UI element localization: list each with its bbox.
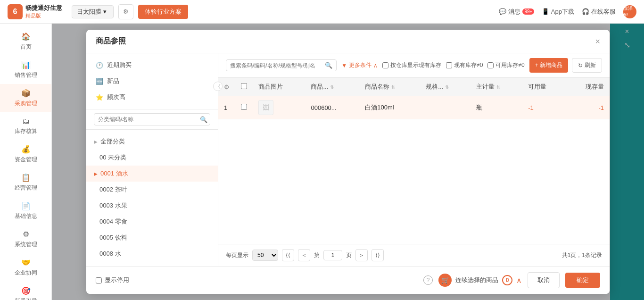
select-all-checkbox[interactable] — [241, 83, 247, 89]
td-code: 000600... — [305, 96, 359, 119]
sidebar-label-home: 首页 — [20, 43, 32, 51]
th-stock: 现存量 — [566, 78, 610, 96]
th-unit[interactable]: 主计量 ⇅ — [471, 78, 522, 96]
left-tab-frequent[interactable]: ⭐ 频次高 — [86, 89, 218, 105]
category-search-icon[interactable]: 🔍 — [200, 116, 207, 123]
cat-item-snack[interactable]: 0004 零食 — [86, 214, 218, 230]
modal-toolbar: 🔍 ▼ 更多条件 ∧ 按仓库显示现有库存 — [218, 53, 610, 78]
checkbox-warehouse-label: 按仓库显示现有库存 — [390, 61, 441, 69]
nav-right: 💬 消息 99+ 📱 App下载 🎧 在线客服 徐泽华 — [499, 5, 636, 18]
cat-item-uncat[interactable]: 00 未分类 — [86, 150, 218, 166]
show-disabled-checkbox[interactable] — [96, 277, 102, 283]
sidebar-item-enterprise[interactable]: 🤝 企业协同 — [0, 253, 51, 282]
cat-item-fruit[interactable]: 0003 水果 — [86, 198, 218, 214]
sidebar-label-enterprise: 企业协同 — [15, 269, 37, 277]
gear-button[interactable]: ⚙ — [118, 4, 133, 19]
cat-label-all: 全部分类 — [100, 137, 125, 146]
th-image: 商品图片 — [253, 78, 305, 96]
checkbox-nonzero-stock[interactable]: 现有库存≠0 — [446, 61, 483, 69]
th-check — [235, 78, 253, 96]
last-page-button[interactable]: ⟩⟩ — [372, 249, 384, 261]
online-service-button[interactable]: 🎧 在线客服 — [582, 8, 616, 16]
prev-page-button[interactable]: ＜ — [298, 249, 310, 261]
collapse-left-panel-button[interactable]: 《 — [213, 82, 223, 91]
cart-info: 🛒 连续选择的商品 0 ∧ — [438, 274, 522, 287]
show-disabled-checkbox-label[interactable]: 显示停用 — [96, 276, 129, 284]
sidebar-item-stock[interactable]: 🗂 库存核算 — [0, 112, 51, 140]
th-spec[interactable]: 规格... ⇅ — [420, 78, 471, 96]
gear-icon: ⚙ — [123, 8, 129, 15]
more-filters-button[interactable]: ▼ 更多条件 ∧ — [341, 61, 378, 69]
sort-icon-unit: ⇅ — [496, 84, 500, 90]
confirm-button[interactable]: 确定 — [565, 273, 600, 288]
sidebar-item-management[interactable]: 📋 经营管理 — [0, 168, 51, 197]
cat-item-drink[interactable]: 0005 饮料 — [86, 230, 218, 246]
next-page-button[interactable]: ＞ — [355, 249, 368, 261]
toolbar-right-buttons: + 新增商品 ↻ 刷新 — [529, 58, 602, 73]
cat-label-tea: 0002 茶叶 — [99, 185, 127, 194]
left-tab-new[interactable]: 🆕 新品 — [86, 73, 218, 89]
left-tab-recent-label: 近期购买 — [107, 61, 132, 69]
user-area[interactable]: 徐泽华 — [623, 5, 636, 18]
checkbox-available-input[interactable] — [487, 62, 494, 68]
refresh-table-button[interactable]: ↻ 刷新 — [572, 58, 602, 73]
add-product-button[interactable]: + 新增商品 — [529, 58, 568, 73]
nav-dropdown[interactable]: 日太阳膜 ▾ — [72, 5, 114, 18]
cat-arrow-wine: ▶ — [94, 171, 98, 176]
left-tab-frequent-label: 频次高 — [107, 93, 125, 101]
category-search-input[interactable] — [94, 113, 210, 125]
th-name[interactable]: 商品名称 ⇅ — [359, 78, 420, 96]
product-search-icon[interactable]: 🔍 — [325, 62, 332, 69]
help-button[interactable]: ? — [423, 275, 433, 285]
stock-icon: 🗂 — [22, 117, 30, 125]
cat-item-water[interactable]: 0008 水 — [86, 246, 218, 262]
dropdown-label: 日太阳膜 — [77, 8, 101, 16]
phone-icon: 📱 — [542, 8, 549, 15]
gear-table-icon[interactable]: ⚙ — [224, 83, 230, 91]
purchase-icon: 📦 — [21, 89, 31, 98]
sidebar-item-home[interactable]: 🏠 首页 — [0, 27, 51, 56]
sidebar-item-guide[interactable]: 🎯 新手引导 — [0, 282, 51, 300]
cancel-button[interactable]: 取消 — [528, 272, 560, 288]
sidebar-item-sales[interactable]: 📊 销售管理 — [0, 56, 51, 84]
checkbox-warehouse-input[interactable] — [382, 62, 388, 68]
modal-left-panel: 🕐 近期购买 🆕 新品 ⭐ 频次高 — [86, 53, 218, 266]
sidebar-item-purchase[interactable]: 📦 采购管理 — [0, 84, 51, 112]
td-check[interactable] — [235, 96, 253, 119]
sidebar: 🏠 首页 📊 销售管理 📦 采购管理 🗂 库存核算 💰 资金管理 📋 经营管理 … — [0, 24, 52, 300]
sidebar-label-stock: 库存核算 — [15, 127, 37, 135]
clock-icon: 🕐 — [96, 62, 103, 69]
left-tab-recent[interactable]: 🕐 近期购买 — [86, 57, 218, 73]
cart-collapse-button[interactable]: ∧ — [516, 276, 522, 285]
sidebar-item-system[interactable]: ⚙ 系统管理 — [0, 225, 51, 253]
refresh-icon: ↻ — [578, 62, 583, 69]
finance-icon: 💰 — [21, 145, 31, 154]
question-mark-icon: ? — [427, 277, 430, 283]
app-download-button[interactable]: 📱 App下载 — [542, 8, 574, 16]
modal-close-button[interactable]: × — [595, 37, 600, 46]
checkbox-available-nonzero[interactable]: 可用库存≠0 — [487, 61, 524, 69]
checkbox-nonzero-input[interactable] — [446, 62, 452, 68]
guide-icon: 🎯 — [21, 286, 31, 295]
checkbox-warehouse-stock[interactable]: 按仓库显示现有库存 — [382, 61, 441, 69]
try-industry-button[interactable]: 体验行业方案 — [138, 5, 188, 19]
cat-item-tea[interactable]: 0002 茶叶 — [86, 182, 218, 198]
messages-button[interactable]: 💬 消息 99+ — [499, 8, 534, 16]
sidebar-item-basic[interactable]: 📄 基础信息 — [0, 197, 51, 225]
th-code[interactable]: 商品... ⇅ — [305, 78, 359, 96]
row-checkbox[interactable] — [241, 104, 247, 110]
avatar: 徐泽华 — [623, 5, 636, 18]
cat-item-all[interactable]: ▶ 全部分类 — [86, 133, 218, 150]
td-stock: -1 — [566, 96, 610, 119]
cat-item-wine[interactable]: ▶ 0001 酒水 — [86, 166, 218, 182]
page-size-select[interactable]: 50 10 20 100 — [252, 250, 278, 261]
system-icon: ⚙ — [23, 230, 29, 239]
page-number-input[interactable] — [323, 250, 342, 260]
product-search-input[interactable] — [230, 62, 325, 69]
page-unit: 页 — [346, 251, 352, 259]
product-table-wrap: ⚙ 商品图片 — [218, 78, 610, 244]
cat-item-appliance[interactable]: 0010 家电 — [86, 262, 218, 266]
first-page-button[interactable]: ⟨⟨ — [282, 249, 294, 261]
table-row[interactable]: 1 🖼 — [218, 96, 610, 119]
sidebar-item-finance[interactable]: 💰 资金管理 — [0, 140, 51, 168]
